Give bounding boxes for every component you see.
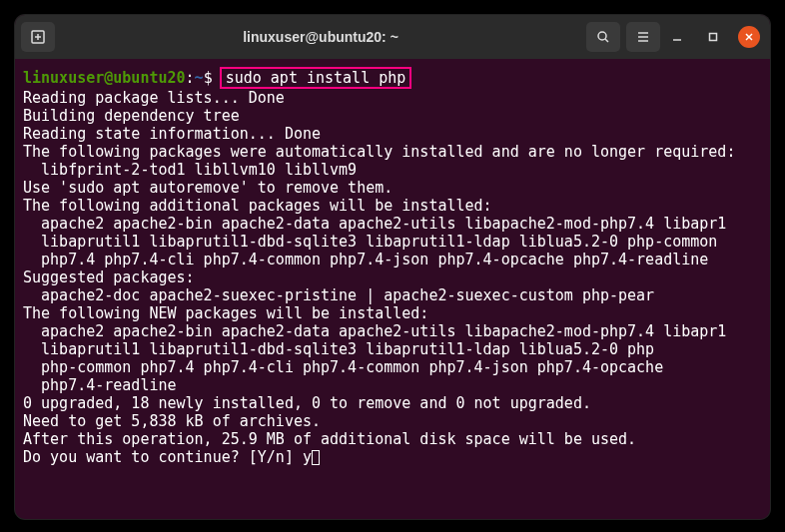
new-tab-button[interactable] [21,22,55,52]
output-line: Reading state information... Done [23,125,762,143]
command-highlight: sudo apt install php [220,67,412,89]
output-line: Do you want to continue? [Y/n] y [23,448,762,466]
output-line: php7.4 php7.4-cli php7.4-common php7.4-j… [23,251,762,268]
cursor [312,450,320,465]
output-line: apache2 apache2-bin apache2-data apache2… [23,215,762,233]
output-line: apache2-doc apache2-suexec-pristine | ap… [23,286,762,304]
window-title: linuxuser@ubuntu20: ~ [61,29,580,45]
output-line: Use 'sudo apt autoremove' to remove them… [23,179,762,197]
prompt-user: linuxuser@ubuntu20 [23,69,186,87]
output-line: php-common php7.4 php7.4-cli php7.4-comm… [23,358,762,376]
output-line: Suggested packages: [23,268,762,286]
output-line: 0 upgraded, 18 newly installed, 0 to rem… [23,394,762,412]
terminal-output[interactable]: linuxuser@ubuntu20:~$ sudo apt install p… [15,59,770,474]
close-button[interactable] [738,26,760,48]
prompt-path: ~ [195,69,204,87]
output-line: The following packages were automaticall… [23,143,762,161]
output-line: libaprutil1 libaprutil1-dbd-sqlite3 liba… [23,233,762,251]
output-line: libaprutil1 libaprutil1-dbd-sqlite3 liba… [23,340,762,358]
continue-prompt: Do you want to continue? [Y/n] y [23,448,312,466]
svg-point-3 [598,32,606,40]
output-line: The following additional packages will b… [23,197,762,215]
prompt-line: linuxuser@ubuntu20:~$ sudo apt install p… [23,67,762,89]
prompt-sep: : [186,69,195,87]
search-button[interactable] [586,22,620,52]
titlebar: linuxuser@ubuntu20: ~ [15,15,770,59]
output-line: The following NEW packages will be insta… [23,304,762,322]
output-line: apache2 apache2-bin apache2-data apache2… [23,322,762,340]
window-controls [666,26,764,48]
minimize-button[interactable] [666,26,688,48]
output-line: Need to get 5,838 kB of archives. [23,412,762,430]
output-line: Building dependency tree [23,107,762,125]
terminal-window: linuxuser@ubuntu20: ~ [15,15,770,519]
output-line: php7.4-readline [23,376,762,394]
svg-rect-9 [710,34,717,41]
output-line: libfprint-2-tod1 libllvm10 libllvm9 [23,161,762,179]
output-line: After this operation, 25.9 MB of additio… [23,430,762,448]
menu-button[interactable] [626,22,660,52]
maximize-button[interactable] [702,26,724,48]
svg-line-4 [605,39,608,42]
output-line: Reading package lists... Done [23,89,762,107]
